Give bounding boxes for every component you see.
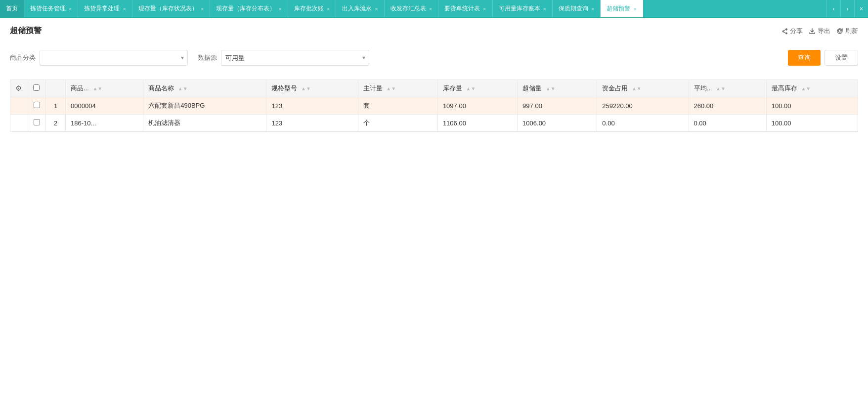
- th-goods-name[interactable]: 商品名称 ▲▼: [143, 80, 266, 97]
- share-icon: [781, 28, 788, 35]
- cell-avg: 260.00: [689, 97, 766, 115]
- close-icon-collect-summary[interactable]: ×: [429, 6, 432, 12]
- th-overstock[interactable]: 超储量 ▲▼: [518, 80, 597, 97]
- cell-inventory: 1097.00: [437, 97, 517, 115]
- cell-goods-code: 0000004: [66, 97, 143, 115]
- share-label: 分享: [790, 27, 803, 36]
- close-icon-demand-stats[interactable]: ×: [483, 6, 486, 12]
- th-max-stock[interactable]: 最高库存 ▲▼: [766, 80, 858, 97]
- query-button[interactable]: 查询: [788, 50, 821, 66]
- nav-label-task-mgmt: 拣货任务管理: [30, 4, 66, 13]
- sort-icon-capital: ▲▼: [632, 86, 642, 91]
- nav-item-task-mgmt[interactable]: 拣货任务管理 ×: [24, 0, 78, 17]
- nav-close-all-button[interactable]: ×: [854, 0, 868, 18]
- cell-avg: 0.00: [689, 115, 766, 132]
- refresh-button[interactable]: 刷新: [836, 27, 858, 36]
- cell-unit: 套: [358, 97, 437, 115]
- data-table: ⚙ 商品... ▲▼ 商品名称 ▲▼ 规格型号 ▲▼: [10, 79, 858, 132]
- close-icon-abnormal[interactable]: ×: [123, 6, 126, 12]
- th-capital-label: 资金占用: [602, 84, 628, 92]
- sort-icon-inventory: ▲▼: [466, 86, 476, 91]
- datasource-select-wrap: 可用量 库存量 ▾: [221, 50, 369, 66]
- nav-next-button[interactable]: ›: [840, 0, 854, 18]
- select-all-checkbox[interactable]: [33, 84, 40, 91]
- datasource-select[interactable]: 可用量 库存量: [221, 50, 369, 66]
- cell-checkbox: [28, 115, 46, 132]
- th-goods-name-label: 商品名称: [148, 84, 174, 92]
- top-nav: 首页 拣货任务管理 × 拣货异常处理 × 现存量（库存状况表） × 现存量（库存…: [0, 0, 868, 18]
- cell-settings: [10, 97, 28, 115]
- nav-prev-button[interactable]: ‹: [826, 0, 840, 18]
- th-capital[interactable]: 资金占用 ▲▼: [597, 80, 689, 97]
- cell-capital: 0.00: [597, 115, 689, 132]
- nav-item-quality-check[interactable]: 保质期查询 ×: [553, 0, 601, 17]
- close-icon-quality-check[interactable]: ×: [591, 6, 594, 12]
- th-goods-code[interactable]: 商品... ▲▼: [66, 80, 143, 97]
- th-avg-label: 平均...: [694, 84, 712, 92]
- close-icon-inventory-status[interactable]: ×: [201, 6, 204, 12]
- nav-item-batch-account[interactable]: 库存批次账 ×: [288, 0, 336, 17]
- category-select-wrap: ▾: [40, 50, 188, 66]
- th-spec[interactable]: 规格型号 ▲▼: [266, 80, 358, 97]
- nav-item-available-account[interactable]: 可用量库存账本 ×: [493, 0, 553, 17]
- page-header: 超储预警 分享 导出 刷新: [10, 26, 858, 36]
- export-label: 导出: [818, 27, 830, 36]
- th-max-stock-label: 最高库存: [772, 84, 797, 92]
- export-button[interactable]: 导出: [809, 27, 830, 36]
- nav-item-collect-summary[interactable]: 收发存汇总表 ×: [385, 0, 438, 17]
- datasource-label: 数据源: [198, 53, 217, 62]
- cell-spec: 123: [266, 115, 358, 132]
- sort-icon-goods-name: ▲▼: [178, 86, 188, 91]
- th-checkbox: [28, 80, 46, 97]
- close-icon-available-account[interactable]: ×: [543, 6, 546, 12]
- cell-row-num: 1: [46, 97, 66, 115]
- close-icon-overstock-warning[interactable]: ×: [633, 6, 636, 12]
- cell-overstock: 997.00: [518, 97, 597, 115]
- nav-item-inventory-status[interactable]: 现存量（库存状况表） ×: [132, 0, 210, 17]
- th-spec-label: 规格型号: [271, 84, 297, 92]
- category-label: 商品分类: [10, 53, 36, 62]
- th-avg[interactable]: 平均... ▲▼: [689, 80, 766, 97]
- th-goods-code-label: 商品...: [71, 84, 89, 92]
- sort-icon-overstock: ▲▼: [546, 86, 556, 91]
- table-header-row: ⚙ 商品... ▲▼ 商品名称 ▲▼ 规格型号 ▲▼: [10, 80, 858, 97]
- filter-actions: 查询 设置: [788, 50, 858, 66]
- th-inventory[interactable]: 库存量 ▲▼: [437, 80, 517, 97]
- row-checkbox-0[interactable]: [34, 102, 40, 108]
- nav-item-demand-stats[interactable]: 要货单统计表 ×: [438, 0, 492, 17]
- nav-item-home[interactable]: 首页: [0, 0, 24, 17]
- nav-label-inventory-dist: 现存量（库存分布表）: [216, 4, 275, 13]
- cell-max-stock: 100.00: [766, 115, 858, 132]
- close-icon-task-mgmt[interactable]: ×: [69, 6, 72, 12]
- nav-label-demand-stats: 要货单统计表: [444, 4, 480, 13]
- cell-capital: 259220.00: [597, 97, 689, 115]
- page-title: 超储预警: [10, 26, 42, 36]
- refresh-icon: [836, 28, 843, 35]
- settings-button[interactable]: 设置: [825, 50, 858, 66]
- row-checkbox-1[interactable]: [34, 119, 40, 125]
- cell-overstock: 1006.00: [518, 115, 597, 132]
- th-settings[interactable]: ⚙: [10, 80, 28, 97]
- close-icon-inventory-dist[interactable]: ×: [278, 6, 281, 12]
- nav-item-inventory-dist[interactable]: 现存量（库存分布表） ×: [210, 0, 288, 17]
- share-button[interactable]: 分享: [781, 27, 803, 36]
- nav-item-abnormal[interactable]: 拣货异常处理 ×: [78, 0, 132, 17]
- nav-label-inventory-status: 现存量（库存状况表）: [138, 4, 198, 13]
- cell-settings: [10, 115, 28, 132]
- th-inventory-label: 库存量: [443, 84, 462, 92]
- export-icon: [809, 28, 816, 35]
- nav-item-overstock-warning[interactable]: 超储预警 ×: [601, 0, 643, 17]
- settings-gear-icon[interactable]: ⚙: [15, 84, 22, 92]
- close-icon-in-out-flow[interactable]: ×: [375, 6, 378, 12]
- sort-icon-spec: ▲▼: [301, 86, 311, 91]
- nav-item-in-out-flow[interactable]: 出入库流水 ×: [336, 0, 384, 17]
- header-actions: 分享 导出 刷新: [781, 27, 858, 36]
- th-unit[interactable]: 主计量 ▲▼: [358, 80, 437, 97]
- nav-label-quality-check: 保质期查询: [559, 4, 588, 13]
- th-overstock-label: 超储量: [522, 84, 542, 92]
- close-icon-batch-account[interactable]: ×: [327, 6, 330, 12]
- nav-label-abnormal: 拣货异常处理: [84, 4, 120, 13]
- category-select[interactable]: [40, 50, 188, 66]
- cell-goods-name: 六配套新昌490BPG: [143, 97, 266, 115]
- cell-goods-code: 186-10...: [66, 115, 143, 132]
